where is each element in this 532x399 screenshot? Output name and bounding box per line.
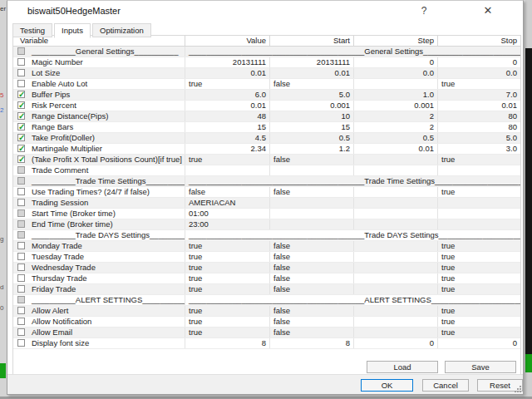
param-row[interactable]: ✓Range Distance(Pips)4810280	[13, 111, 520, 122]
param-row[interactable]: Display font size8800	[13, 338, 520, 349]
optimize-checkbox[interactable]	[17, 285, 25, 293]
optimize-checkbox[interactable]	[17, 242, 25, 249]
ok-button[interactable]: OK	[361, 379, 413, 392]
stop-cell[interactable]: 0.01	[437, 101, 520, 111]
value-cell[interactable]: true	[185, 273, 269, 283]
stop-cell[interactable]: 3.0	[437, 144, 520, 154]
value-cell[interactable]: 15	[185, 122, 269, 132]
close-icon[interactable]: ✕	[471, 1, 505, 22]
start-cell[interactable]: false	[269, 252, 353, 262]
cancel-button[interactable]: Cancel	[422, 379, 469, 392]
stop-cell[interactable]: true	[437, 306, 520, 316]
value-cell[interactable]: true	[185, 328, 269, 337]
start-cell[interactable]: false	[269, 187, 353, 197]
param-row[interactable]: ✓Martingale Multiplier2.341.20.013.0	[13, 144, 520, 155]
stop-cell[interactable]: true	[437, 155, 520, 165]
optimize-checkbox[interactable]	[17, 328, 25, 336]
start-cell[interactable]: false	[269, 317, 353, 327]
optimize-checkbox[interactable]	[17, 264, 25, 271]
value-cell[interactable]: false	[185, 187, 269, 197]
step-cell[interactable]	[353, 252, 437, 262]
stop-cell[interactable]: true	[437, 317, 520, 327]
step-cell[interactable]	[353, 209, 437, 219]
stop-cell[interactable]: 7.0	[437, 90, 520, 100]
step-cell[interactable]: 0	[353, 338, 437, 348]
value-cell[interactable]: 23:00	[185, 219, 269, 229]
param-row[interactable]: ✓Take Profit(Doller)4.50.50.55.0	[13, 133, 520, 144]
step-cell[interactable]	[353, 198, 437, 208]
param-row[interactable]: Tuesday Tradetruefalsetrue	[13, 252, 520, 263]
step-cell[interactable]: 0	[353, 57, 437, 67]
start-cell[interactable]: 1.2	[269, 144, 353, 154]
param-row[interactable]: Lot Size0.010.010.00.0	[13, 68, 520, 79]
value-cell[interactable]: 8	[185, 338, 269, 348]
optimize-checkbox[interactable]: ✓	[17, 123, 25, 131]
step-cell[interactable]	[353, 79, 437, 89]
value-cell[interactable]	[185, 165, 269, 175]
start-cell[interactable]: false	[269, 79, 353, 89]
optimize-checkbox[interactable]	[17, 69, 25, 76]
help-button[interactable]: ?	[411, 1, 437, 22]
step-cell[interactable]	[353, 273, 437, 283]
value-cell[interactable]: 0.01	[185, 101, 269, 111]
value-cell[interactable]: 48	[185, 111, 269, 121]
value-cell[interactable]: 4.5	[185, 133, 269, 143]
step-cell[interactable]: 2	[353, 111, 437, 121]
param-row[interactable]: Allow Alerttruefalsetrue	[13, 306, 520, 317]
optimize-checkbox[interactable]: ✓	[17, 155, 25, 163]
value-cell[interactable]: true	[185, 252, 269, 262]
stop-cell[interactable]: 0.0	[437, 68, 520, 78]
start-cell[interactable]: false	[269, 263, 353, 273]
start-cell[interactable]: false	[269, 155, 353, 165]
step-cell[interactable]: 1.0	[353, 90, 437, 100]
stop-cell[interactable]: true	[437, 252, 520, 262]
optimize-checkbox[interactable]	[17, 199, 25, 206]
start-cell[interactable]	[269, 209, 353, 219]
step-cell[interactable]	[353, 328, 437, 337]
value-cell[interactable]: true	[185, 263, 269, 273]
param-row[interactable]: Use Trading Times? (24/7 if false)falsef…	[13, 187, 520, 198]
step-cell[interactable]	[353, 241, 437, 251]
optimize-checkbox[interactable]	[17, 307, 25, 314]
step-cell[interactable]: 2	[353, 122, 437, 132]
start-cell[interactable]: 20131111	[269, 57, 353, 67]
optimize-checkbox[interactable]	[17, 80, 25, 87]
stop-cell[interactable]: true	[437, 241, 520, 251]
optimize-checkbox[interactable]: ✓	[17, 101, 25, 109]
start-cell[interactable]	[269, 165, 353, 175]
value-cell[interactable]: 20131111	[185, 57, 269, 67]
start-cell[interactable]: 8	[269, 338, 353, 348]
value-cell[interactable]: 2.34	[185, 144, 269, 154]
step-cell[interactable]	[353, 187, 437, 197]
value-cell[interactable]: 01:00	[185, 209, 269, 219]
stop-cell[interactable]	[437, 209, 520, 219]
load-button[interactable]: Load	[367, 361, 438, 373]
section-row[interactable]: __________Trade DAYS Settings___________…	[13, 230, 520, 241]
optimize-checkbox[interactable]: ✓	[17, 145, 25, 152]
value-cell[interactable]: true	[185, 79, 269, 89]
start-cell[interactable]: 10	[269, 111, 353, 121]
param-row[interactable]: Allow Emailtruefalsetrue	[13, 328, 520, 338]
step-cell[interactable]	[353, 306, 437, 316]
stop-cell[interactable]	[437, 165, 520, 175]
start-cell[interactable]: false	[269, 273, 353, 283]
start-cell[interactable]	[269, 219, 353, 229]
stop-cell[interactable]: 5.0	[437, 133, 520, 143]
stop-cell[interactable]	[437, 219, 520, 229]
param-row[interactable]: Start Time (Broker time)01:00	[13, 209, 520, 219]
section-row[interactable]: __________Trade Time Settings___________…	[13, 176, 520, 187]
step-cell[interactable]: 0.001	[353, 101, 437, 111]
step-cell[interactable]: 0.01	[353, 144, 437, 154]
optimize-checkbox[interactable]	[17, 58, 25, 66]
value-cell[interactable]: AMERIACAN	[185, 198, 269, 208]
section-row[interactable]: __________ALERT SETTINGS________________…	[13, 295, 520, 306]
start-cell[interactable]: false	[269, 241, 353, 251]
stop-cell[interactable]: 80	[437, 111, 520, 121]
value-cell[interactable]: 6.0	[185, 90, 269, 100]
stop-cell[interactable]: 0	[437, 338, 520, 348]
value-cell[interactable]: true	[185, 317, 269, 327]
step-cell[interactable]	[353, 219, 437, 229]
value-cell[interactable]: 0.01	[185, 68, 269, 78]
optimize-checkbox[interactable]	[17, 339, 25, 347]
start-cell[interactable]: 0.5	[269, 133, 353, 143]
